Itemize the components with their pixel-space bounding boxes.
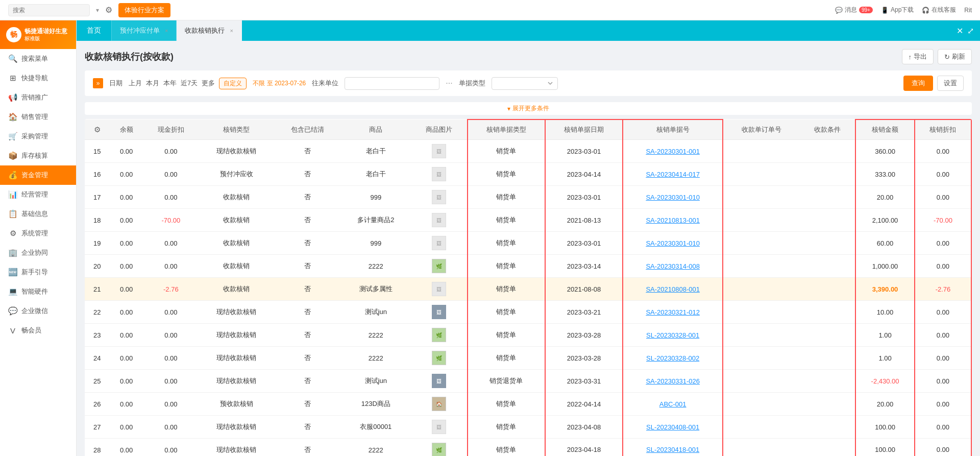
td-include-settled: 否 xyxy=(275,393,340,416)
sidebar-item-member[interactable]: V畅会员 xyxy=(0,321,76,340)
td-cancel-amount: 2,100.00 xyxy=(855,209,915,232)
td-receipt-bill-no[interactable]: ABC-001 xyxy=(623,393,723,416)
industry-solution-btn[interactable]: 体验行业方案 xyxy=(118,3,170,17)
main-layout: 畅 畅捷通谐好生意 标准版 🔍搜索菜单⊞快捷导航📢营销推广🏠销售管理🛒采购管理📦… xyxy=(0,20,980,456)
sidebar-icon-system: ⚙ xyxy=(8,229,17,238)
sidebar-item-newbie[interactable]: 🆕新手引导 xyxy=(0,262,76,282)
sidebar-item-purchase[interactable]: 🛒采购管理 xyxy=(0,127,76,146)
td-receipt-bill-no[interactable]: SA-20210808-001 xyxy=(623,278,723,301)
sidebar-item-basic[interactable]: 📋基础信息 xyxy=(0,204,76,224)
td-cancel-discount: 0.00 xyxy=(915,163,971,186)
td-receipt-order-no xyxy=(723,439,800,457)
td-goods-img: 🌿 xyxy=(411,324,467,347)
td-receipt-bill-no[interactable]: SL-20230328-002 xyxy=(623,347,723,370)
filter-last-month[interactable]: 上月 xyxy=(129,79,142,88)
page-title: 收款核销执行(按收款) xyxy=(85,51,174,63)
td-goods: 测试jun xyxy=(340,370,411,393)
user-name[interactable]: Rit xyxy=(964,7,972,14)
expand-more-bar[interactable]: ▾ 展开更多条件 xyxy=(85,102,972,115)
page-inner: 收款核销执行(按收款) ↑ 导出 ↻ 刷新 » 日期 xyxy=(77,41,980,456)
page-header: 收款核销执行(按收款) ↑ 导出 ↻ 刷新 xyxy=(85,49,972,64)
message-area[interactable]: 💬 消息 99+ xyxy=(835,6,873,14)
td-receipt-bill-no[interactable]: SA-20210813-001 xyxy=(623,209,723,232)
sidebar-item-system[interactable]: ⚙系统管理 xyxy=(0,224,76,243)
td-receipt-order-no xyxy=(723,393,800,416)
sidebar-label-hardware: 智能硬件 xyxy=(21,287,48,296)
online-service[interactable]: 🎧 在线客服 xyxy=(922,6,956,14)
sidebar-item-finance[interactable]: 💰资金管理 xyxy=(0,165,76,185)
td-receipt-bill-no[interactable]: SA-20230301-001 xyxy=(623,140,723,163)
sidebar-label-enterprise: 企业协同 xyxy=(21,248,48,257)
td-receipt-bill-no[interactable]: SA-20230331-026 xyxy=(623,370,723,393)
td-receipt-bill-no[interactable]: SA-20230301-010 xyxy=(623,232,723,255)
sidebar-item-wechat[interactable]: 💬企业微信 xyxy=(0,301,76,321)
tab-prepaid-close[interactable]: × xyxy=(165,28,168,34)
app-download[interactable]: 📱 App下载 xyxy=(881,6,914,14)
sidebar-icon-operation: 📊 xyxy=(8,190,17,199)
td-receipt-bill-date: 2022-04-14 xyxy=(545,393,623,416)
filter-this-year[interactable]: 本年 xyxy=(163,79,177,88)
td-receipt-bill-no[interactable]: SL-20230408-001 xyxy=(623,416,723,439)
td-receipt-bill-date: 2023-03-01 xyxy=(545,186,623,209)
td-receipt-bill-no[interactable]: SL-20230328-001 xyxy=(623,324,723,347)
filter-counterpart-dots[interactable]: ··· xyxy=(446,79,452,88)
sidebar-icon-enterprise: 🏢 xyxy=(8,248,17,257)
refresh-btn[interactable]: ↻ 刷新 xyxy=(938,49,972,64)
td-receipt-order-no xyxy=(723,186,800,209)
sidebar-item-enterprise[interactable]: 🏢企业协同 xyxy=(0,243,76,262)
td-receipt-bill-no[interactable]: SA-20230314-008 xyxy=(623,255,723,278)
table-scroll[interactable]: ⚙ 余额 现金折扣 核销类型 包含已结清 商品 商品图片 核销单据类型 核销单据… xyxy=(85,119,972,456)
settings-icon[interactable]: ⚙ xyxy=(105,5,112,15)
td-num: 19 xyxy=(85,232,109,255)
settings-btn[interactable]: 设置 xyxy=(937,76,964,91)
table-header-row: ⚙ 余额 现金折扣 核销类型 包含已结清 商品 商品图片 核销单据类型 核销单据… xyxy=(85,119,971,140)
tab-receipt[interactable]: 收款核销执行 × xyxy=(177,20,241,41)
export-icon: ↑ xyxy=(909,53,912,61)
filter-counterpart-input[interactable] xyxy=(345,77,439,90)
td-balance: 0.00 xyxy=(109,370,143,393)
tab-close-window-icon[interactable]: ✕ xyxy=(957,26,963,36)
td-payment-terms xyxy=(800,439,855,457)
sidebar-item-inventory[interactable]: 📦库存核算 xyxy=(0,146,76,165)
sidebar-icon-newbie: 🆕 xyxy=(8,268,17,277)
sidebar-item-hardware[interactable]: 💻智能硬件 xyxy=(0,282,76,301)
filter-more[interactable]: 更多 xyxy=(202,79,215,88)
sidebar-item-operation[interactable]: 📊经营管理 xyxy=(0,185,76,204)
sidebar-icon-inventory: 📦 xyxy=(8,151,17,160)
top-search-input[interactable] xyxy=(8,4,90,16)
filter-expand-btn[interactable]: » xyxy=(93,78,103,88)
th-include-settled: 包含已结清 xyxy=(275,119,340,140)
tab-home[interactable]: 首页 xyxy=(77,20,112,41)
td-payment-terms xyxy=(800,416,855,439)
sidebar-item-marketing[interactable]: 📢营销推广 xyxy=(0,88,76,107)
tab-maximize-icon[interactable]: ⤢ xyxy=(967,26,974,36)
table-row: 19 0.00 0.00 收款核销 否 999 🖼 销货单 2023-03-01… xyxy=(85,232,971,255)
td-cash-discount: 0.00 xyxy=(143,324,199,347)
export-btn[interactable]: ↑ 导出 xyxy=(902,49,934,64)
tab-receipt-close[interactable]: × xyxy=(230,28,233,34)
filter-this-month[interactable]: 本月 xyxy=(146,79,159,88)
page-actions: ↑ 导出 ↻ 刷新 xyxy=(902,49,972,64)
sidebar-label-marketing: 营销推广 xyxy=(21,93,48,102)
td-receipt-bill-no[interactable]: SL-20230418-001 xyxy=(623,439,723,457)
td-receipt-bill-type: 销货单 xyxy=(468,301,545,324)
tab-prepaid[interactable]: 预付冲应付单 × xyxy=(112,20,177,41)
td-goods-img: 🖼 xyxy=(411,370,467,393)
sidebar-item-sales[interactable]: 🏠销售管理 xyxy=(0,107,76,127)
td-receipt-bill-no[interactable]: SA-20230414-017 xyxy=(623,163,723,186)
sidebar-item-shortcut[interactable]: ⊞快捷导航 xyxy=(0,68,76,88)
filter-7days[interactable]: 近7天 xyxy=(181,79,198,88)
td-cancel-discount: 0.00 xyxy=(915,301,971,324)
td-include-settled: 否 xyxy=(275,301,340,324)
td-receipt-bill-no[interactable]: SA-20230321-012 xyxy=(623,301,723,324)
tab-bar-actions: ✕ ⤢ xyxy=(957,20,980,41)
td-goods: 999 xyxy=(340,186,411,209)
td-goods: 测试jun xyxy=(340,301,411,324)
sidebar: 畅 畅捷通谐好生意 标准版 🔍搜索菜单⊞快捷导航📢营销推广🏠销售管理🛒采购管理📦… xyxy=(0,20,77,456)
td-receipt-bill-no[interactable]: SA-20230301-010 xyxy=(623,186,723,209)
query-btn[interactable]: 查询 xyxy=(903,76,933,91)
filter-custom-btn[interactable]: 自定义 xyxy=(219,78,247,89)
sidebar-item-search[interactable]: 🔍搜索菜单 xyxy=(0,49,76,68)
filter-receipt-type-select[interactable] xyxy=(492,77,558,90)
column-settings-icon[interactable]: ⚙ xyxy=(94,125,101,134)
